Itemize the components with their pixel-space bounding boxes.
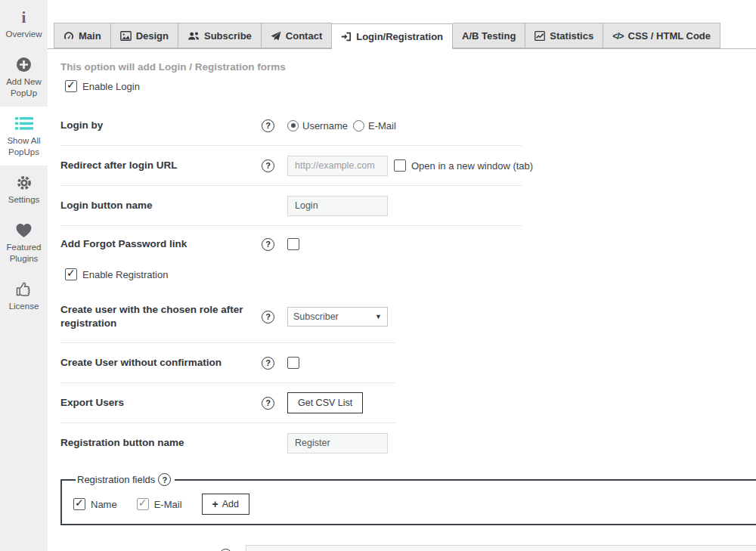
login-registration-panel: This option will add Login / Registratio… (48, 49, 756, 551)
field-email-checkbox[interactable]: ✓ (137, 498, 149, 510)
email-radio-label: E-Mail (368, 120, 396, 132)
field-email-label: E-Mail (154, 499, 182, 510)
enable-login-label: Enable Login (82, 81, 140, 92)
plugin-sidebar: i Overview Add New PopUp Show All PopUps (0, 0, 48, 551)
login-button-name-input[interactable] (287, 196, 388, 216)
heart-icon (2, 221, 46, 240)
tab-label: A/B Testing (462, 30, 516, 42)
help-icon[interactable]: ? (262, 119, 274, 132)
check-icon: ✓ (67, 267, 76, 279)
help-icon[interactable]: ? (262, 357, 274, 370)
enable-login-checkbox-row[interactable]: ✓ Enable Login (60, 76, 756, 97)
registration-fields-group: Registration fields ? ✓ Name ✓ E-Mail + … (60, 473, 756, 525)
sidebar-item-license[interactable]: License (0, 272, 48, 320)
paper-plane-icon (271, 31, 281, 41)
row-forgot-password: Add Forgot Password link ? (60, 226, 756, 262)
legend-label: Registration fields (77, 474, 155, 485)
field-label: Login by (60, 119, 262, 132)
plus-circle-icon (2, 56, 46, 74)
tab-ab-testing[interactable]: A/B Testing (453, 23, 525, 48)
chart-line-icon (534, 31, 545, 41)
field-label: Create User without confirmation (60, 356, 262, 370)
field-name-checkbox[interactable]: ✓ (73, 498, 85, 510)
registration-button-name-input[interactable] (287, 433, 388, 453)
enable-registration-checkbox-row[interactable]: ✓ Enable Registration (60, 264, 756, 285)
check-icon: ✓ (75, 497, 84, 509)
section-note: This option will add Login / Registratio… (60, 61, 756, 73)
tab-css-html-code[interactable]: </> CSS / HTML Code (603, 23, 720, 48)
enable-login-checkbox[interactable]: ✓ (65, 80, 77, 92)
open-new-window-row[interactable]: Open in a new window (tab) (394, 159, 533, 172)
sidebar-item-featured-plugins[interactable]: Featured Plugins (0, 213, 48, 272)
settings-main-panel: Main Design Subscribe Contact (48, 0, 756, 551)
field-label: Create user with the chosen role after r… (60, 303, 262, 330)
email-radio[interactable] (353, 120, 364, 132)
redirect-url-input[interactable] (287, 156, 388, 176)
add-field-label: Add (222, 499, 239, 509)
confirmation-message-input[interactable] (246, 545, 756, 551)
sidebar-item-label: Show All PopUps (2, 135, 46, 158)
settings-tabbar: Main Design Subscribe Contact (48, 23, 756, 49)
tab-label: Subscribe (204, 30, 252, 42)
tab-design[interactable]: Design (111, 23, 178, 48)
username-radio[interactable] (287, 120, 299, 132)
list-icon (2, 115, 46, 133)
field-name-row[interactable]: ✓ Name (73, 498, 117, 510)
field-email-row[interactable]: ✓ E-Mail (137, 498, 182, 510)
forgot-password-checkbox[interactable] (287, 238, 299, 250)
open-new-window-checkbox[interactable] (394, 159, 406, 172)
sidebar-item-add-new-popup[interactable]: Add New PopUp (0, 48, 48, 107)
tab-label: Login/Registration (356, 31, 443, 42)
dashboard-icon (64, 31, 74, 41)
image-icon (120, 31, 132, 41)
field-label: Registration button name (60, 436, 287, 450)
sidebar-item-label: Featured Plugins (2, 242, 46, 265)
row-user-role: Create user with the chosen role after r… (60, 291, 756, 342)
sidebar-item-label: Settings (2, 194, 46, 206)
tab-label: CSS / HTML Code (628, 30, 711, 42)
popup-plugin-settings-page: i Overview Add New PopUp Show All PopUps (0, 0, 756, 551)
field-label: Export Users (60, 396, 262, 410)
add-field-button[interactable]: + Add (202, 494, 249, 515)
tab-main[interactable]: Main (54, 23, 111, 48)
row-export-users: Export Users ? Get CSV List (60, 383, 756, 423)
tab-subscribe[interactable]: Subscribe (178, 23, 262, 48)
help-icon[interactable]: ? (262, 159, 274, 172)
help-icon[interactable]: ? (262, 238, 274, 251)
sidebar-item-settings[interactable]: Settings (0, 166, 48, 213)
role-select[interactable]: Subscriber ▼ (287, 307, 388, 327)
chevron-down-icon: ▼ (375, 313, 382, 320)
code-icon: </> (612, 31, 623, 42)
tab-contact[interactable]: Contact (262, 23, 332, 48)
check-icon: ✓ (138, 497, 147, 509)
tab-login-registration[interactable]: Login/Registration (332, 23, 453, 49)
plus-icon: + (212, 499, 218, 509)
no-confirmation-checkbox[interactable] (287, 357, 299, 369)
enable-registration-checkbox[interactable]: ✓ (65, 268, 77, 280)
row-registration-button-name: Registration button name (60, 423, 756, 463)
registration-fields-legend: Registration fields ? (76, 473, 175, 486)
row-login-by: Login by ? Username E-Mail (60, 106, 756, 145)
registration-fields-list: ✓ Name ✓ E-Mail + Add (73, 494, 750, 515)
sidebar-item-label: License (2, 301, 46, 312)
get-csv-list-button[interactable]: Get CSV List (287, 392, 363, 413)
help-icon[interactable]: ? (262, 397, 274, 410)
help-icon[interactable]: ? (262, 311, 274, 323)
tab-statistics[interactable]: Statistics (525, 23, 603, 48)
field-label: Add Forgot Password link (60, 237, 262, 251)
open-new-window-label: Open in a new window (tab) (411, 160, 533, 172)
help-icon[interactable]: ? (158, 473, 171, 486)
enable-registration-label: Enable Registration (82, 269, 168, 280)
sidebar-item-label: Add New PopUp (2, 76, 46, 99)
check-icon: ✓ (67, 79, 76, 91)
tab-label: Statistics (550, 30, 593, 42)
row-login-button-name: Login button name (60, 186, 756, 225)
thumbs-up-icon (2, 280, 46, 299)
sidebar-item-overview[interactable]: i Overview (0, 0, 48, 48)
field-label: Redirect after login URL (60, 159, 262, 172)
tab-label: Contact (286, 30, 322, 42)
sidebar-item-show-all-popups[interactable]: Show All PopUps (0, 107, 48, 166)
field-name-label: Name (91, 499, 117, 510)
sidebar-item-label: Overview (2, 29, 46, 40)
field-label: Login button name (60, 199, 287, 212)
